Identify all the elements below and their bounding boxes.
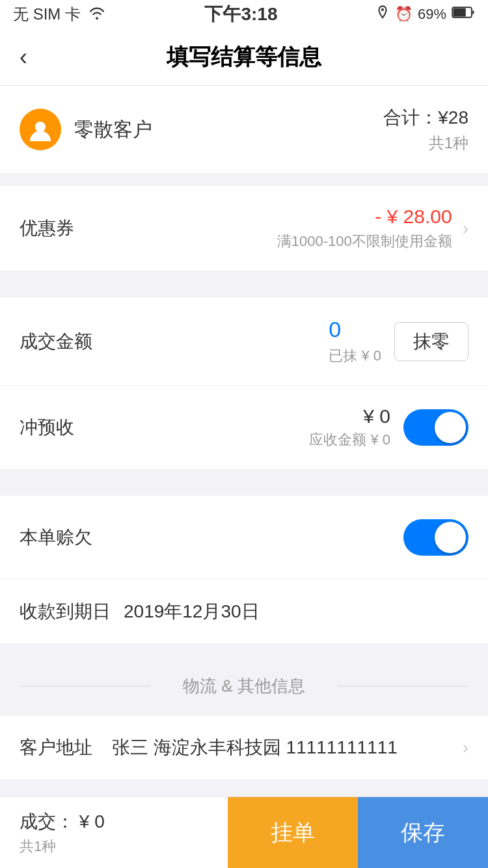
status-time: 下午3:18	[204, 2, 277, 27]
bottom-deal-amount: ¥ 0	[79, 811, 105, 832]
pre-collect-row: 冲预收 ¥ 0 应收金额 ¥ 0	[0, 386, 488, 470]
page-title: 填写结算等信息	[167, 42, 321, 72]
transaction-label: 成交金额	[20, 329, 92, 354]
no-sim-text: 无 SIM 卡	[13, 4, 81, 25]
location-icon	[375, 5, 390, 23]
address-section: 客户地址 张三 海淀永丰科技园 11111111111 ›	[0, 716, 488, 780]
section-divider-1	[0, 284, 488, 297]
coupon-sub: 满1000-100不限制使用金额	[277, 232, 452, 251]
bottom-deal-line: 成交： ¥ 0	[20, 809, 208, 834]
customer-name: 零散客户	[74, 116, 152, 143]
chevron-right-icon: ›	[463, 218, 468, 239]
status-right: ⏰ 69%	[375, 5, 475, 23]
hang-label: 挂单	[271, 818, 315, 848]
customer-left: 零散客户	[20, 109, 152, 150]
customer-section: 零散客户 合计：¥28 共1种	[0, 86, 488, 173]
bottom-info: 成交： ¥ 0 共1种	[0, 809, 228, 856]
transaction-value[interactable]: 0	[329, 317, 381, 342]
save-button[interactable]: 保存	[358, 797, 488, 869]
bottom-count: 共1种	[20, 837, 208, 856]
customer-total: 合计：¥28	[383, 105, 468, 130]
transaction-row: 成交金额 0 已抹 ¥ 0 抹零	[0, 297, 488, 386]
customer-avatar	[20, 109, 61, 150]
pre-collect-main: ¥ 0	[309, 405, 390, 427]
content: 零散客户 合计：¥28 共1种 优惠券 - ¥ 28.00 满1000-100不…	[0, 86, 488, 868]
due-date-value: 2019年12月30日	[124, 599, 260, 624]
address-label: 客户地址	[20, 735, 92, 760]
status-left: 无 SIM 卡	[13, 4, 107, 25]
address-row[interactable]: 客户地址 张三 海淀永丰科技园 11111111111 ›	[0, 716, 488, 780]
debt-label: 本单赊欠	[20, 525, 92, 550]
coupon-label: 优惠券	[20, 216, 74, 241]
transaction-sub: 已抹 ¥ 0	[329, 346, 381, 366]
battery-text: 69%	[418, 6, 446, 23]
pre-collect-toggle[interactable]	[403, 409, 468, 446]
coupon-discount: - ¥ 28.00	[277, 206, 452, 228]
transaction-right: 0 已抹 ¥ 0 抹零	[329, 317, 468, 366]
svg-rect-2	[454, 8, 466, 17]
debt-row: 本单赊欠	[0, 496, 488, 579]
alarm-icon: ⏰	[395, 6, 413, 23]
coupon-section: 优惠券 - ¥ 28.00 满1000-100不限制使用金额 ›	[0, 186, 488, 271]
pre-collect-label: 冲预收	[20, 415, 74, 440]
bottom-deal-label: 成交：	[20, 811, 74, 832]
save-label: 保存	[401, 818, 445, 848]
due-date-row: 收款到期日 2019年12月30日	[0, 579, 488, 644]
back-button[interactable]: ‹	[20, 44, 27, 71]
section-divider-2	[0, 483, 488, 496]
nav-bar: ‹ 填写结算等信息	[0, 29, 488, 86]
coupon-row[interactable]: 优惠券 - ¥ 28.00 满1000-100不限制使用金额 ›	[0, 186, 488, 271]
svg-point-0	[381, 8, 384, 11]
hang-button[interactable]: 挂单	[228, 797, 358, 869]
debt-section: 本单赊欠 收款到期日 2019年12月30日	[0, 496, 488, 644]
debt-toggle-knob	[435, 522, 466, 553]
battery-icon	[452, 6, 475, 23]
round-button[interactable]: 抹零	[394, 322, 468, 361]
pre-collect-values: ¥ 0 应收金额 ¥ 0	[309, 405, 390, 450]
pre-collect-sub: 应收金额 ¥ 0	[309, 430, 390, 450]
address-chevron-icon: ›	[463, 737, 468, 758]
customer-row: 零散客户 合计：¥28 共1种	[0, 86, 488, 173]
due-date-label: 收款到期日	[20, 599, 111, 624]
svg-point-3	[35, 122, 46, 132]
address-value: 张三 海淀永丰科技园 11111111111	[112, 735, 463, 760]
customer-right: 合计：¥28 共1种	[383, 105, 468, 154]
toggle-knob	[435, 412, 466, 443]
debt-toggle[interactable]	[403, 519, 468, 556]
coupon-right: - ¥ 28.00 满1000-100不限制使用金额 ›	[277, 206, 468, 251]
wifi-icon	[87, 5, 107, 23]
status-bar: 无 SIM 卡 下午3:18 ⏰ 69%	[0, 0, 488, 29]
logistics-divider: 物流 & 其他信息	[0, 657, 488, 716]
logistics-label: 物流 & 其他信息	[183, 675, 305, 698]
customer-count: 共1种	[383, 133, 468, 154]
bottom-bar: 成交： ¥ 0 共1种 挂单 保存	[0, 796, 488, 868]
transaction-section: 成交金额 0 已抹 ¥ 0 抹零 冲预收 ¥ 0 应收金额 ¥ 0	[0, 297, 488, 470]
